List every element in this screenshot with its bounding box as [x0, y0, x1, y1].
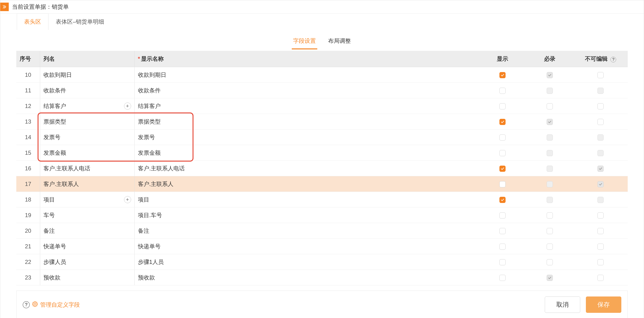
checkbox-readonly	[598, 150, 604, 156]
cell-required	[526, 161, 573, 176]
checkbox-readonly[interactable]	[598, 103, 604, 110]
cell-display-name[interactable]: 收款条件	[134, 83, 479, 98]
cell-readonly	[573, 223, 628, 238]
cell-required	[526, 83, 573, 98]
help-icon[interactable]: ?	[610, 57, 616, 62]
cell-display-name[interactable]: 收款到期日	[134, 67, 479, 83]
cell-readonly	[573, 83, 628, 98]
cell-show	[479, 270, 526, 286]
save-button[interactable]: 保存	[586, 296, 621, 313]
cell-required	[526, 145, 573, 161]
add-subfield-button[interactable]: +	[124, 102, 131, 110]
checkbox-readonly[interactable]	[598, 228, 604, 234]
cell-display-name[interactable]: 客户.主联系人	[134, 176, 479, 192]
cell-seq: 21	[16, 238, 40, 254]
table-row: 20备注备注	[16, 223, 628, 238]
cell-display-name[interactable]: 备注	[134, 223, 479, 238]
sub-tab-1[interactable]: 布局调整	[327, 35, 352, 50]
checkbox-readonly[interactable]	[598, 212, 604, 218]
checkbox-show[interactable]	[500, 197, 506, 203]
cell-show	[479, 238, 526, 254]
cell-display-name[interactable]: 结算客户	[134, 98, 479, 114]
cell-display-name[interactable]: 项目.车号	[134, 208, 479, 223]
checkbox-show[interactable]	[500, 72, 506, 78]
cell-display-name[interactable]: 项目	[134, 192, 479, 208]
cell-column-name: 快递单号	[40, 238, 134, 254]
checkbox-required	[547, 72, 553, 78]
cell-required	[526, 67, 573, 83]
checkbox-required[interactable]	[547, 259, 553, 265]
checkbox-readonly[interactable]	[598, 259, 604, 265]
checkbox-required[interactable]	[547, 212, 553, 218]
expand-panel-button[interactable]	[0, 2, 9, 11]
checkbox-show[interactable]	[500, 150, 506, 156]
checkbox-readonly	[598, 197, 604, 203]
gear-icon	[32, 301, 38, 308]
checkbox-show[interactable]	[500, 244, 506, 250]
col-header-readonly: 不可编辑 ?	[573, 51, 628, 67]
cancel-button[interactable]: 取消	[545, 296, 580, 313]
cell-show	[479, 114, 526, 130]
top-tab-1[interactable]: 表体区–销货单明细	[48, 14, 112, 30]
checkbox-required	[547, 181, 553, 187]
checkbox-show[interactable]	[500, 228, 506, 234]
checkbox-required[interactable]	[547, 228, 553, 234]
checkbox-show[interactable]	[500, 259, 506, 265]
checkbox-required[interactable]	[547, 244, 553, 250]
cell-column-name: 项目+	[40, 192, 134, 208]
table-row: 17客户.主联系人客户.主联系人	[16, 176, 628, 192]
cell-show	[479, 208, 526, 223]
cell-readonly	[573, 192, 628, 208]
cell-display-name[interactable]: 快递单号	[134, 238, 479, 254]
checkbox-readonly[interactable]	[598, 72, 604, 78]
checkbox-readonly[interactable]	[598, 244, 604, 250]
table-row: 10收款到期日收款到期日	[16, 67, 628, 83]
fields-table: 序号 列名 *显示名称 显示 必录 不可编辑 ? 10收款到期日收款到期日11收…	[16, 51, 628, 286]
column-name-text: 客户.主联系人电话	[44, 165, 90, 172]
checkbox-show[interactable]	[500, 88, 506, 94]
table-row: 16客户.主联系人电话客户.主联系人电话	[16, 161, 628, 176]
checkbox-readonly[interactable]	[598, 119, 604, 125]
checkbox-required	[547, 119, 553, 125]
checkbox-required[interactable]	[547, 103, 553, 110]
checkbox-show[interactable]	[500, 275, 506, 281]
top-tabs: 表头区表体区–销货单明细	[0, 14, 644, 30]
top-tab-0[interactable]: 表头区	[17, 14, 48, 30]
sub-tab-0[interactable]: 字段设置	[292, 35, 317, 50]
checkbox-readonly	[598, 134, 604, 140]
cell-required	[526, 254, 573, 270]
manage-custom-fields-link[interactable]: 管理自定义字段	[40, 301, 80, 308]
cell-column-name: 车号	[40, 208, 134, 223]
column-name-text: 车号	[44, 212, 55, 219]
checkbox-readonly	[598, 166, 604, 172]
cell-display-name[interactable]: 预收款	[134, 270, 479, 286]
cell-display-name[interactable]: 步骤1人员	[134, 254, 479, 270]
cell-column-name: 预收款	[40, 270, 134, 286]
cell-seq: 20	[16, 223, 40, 238]
checkbox-show[interactable]	[500, 103, 506, 110]
cell-display-name[interactable]: 票据类型	[134, 114, 479, 130]
cell-seq: 15	[16, 145, 40, 161]
cell-required	[526, 223, 573, 238]
checkbox-show[interactable]	[500, 119, 506, 125]
question-icon[interactable]: ?	[23, 301, 30, 308]
cell-readonly	[573, 208, 628, 223]
cell-display-name[interactable]: 客户.主联系人电话	[134, 161, 479, 176]
column-name-text: 收款到期日	[44, 71, 72, 79]
cell-column-name: 发票金额	[40, 145, 134, 161]
cell-seq: 18	[16, 192, 40, 208]
column-name-text: 收款条件	[44, 87, 66, 94]
checkbox-show[interactable]	[500, 134, 506, 140]
add-subfield-button[interactable]: +	[124, 196, 131, 203]
cell-display-name[interactable]: 发票号	[134, 130, 479, 145]
checkbox-show[interactable]	[500, 212, 506, 218]
cell-display-name[interactable]: 发票金额	[134, 145, 479, 161]
checkbox-required	[547, 166, 553, 172]
table-row: 23预收款预收款	[16, 270, 628, 286]
checkbox-show[interactable]	[500, 166, 506, 172]
cell-seq: 23	[16, 270, 40, 286]
checkbox-show[interactable]	[500, 181, 506, 187]
cell-required	[526, 208, 573, 223]
cell-column-name: 发票号	[40, 130, 134, 145]
checkbox-readonly[interactable]	[598, 275, 604, 281]
